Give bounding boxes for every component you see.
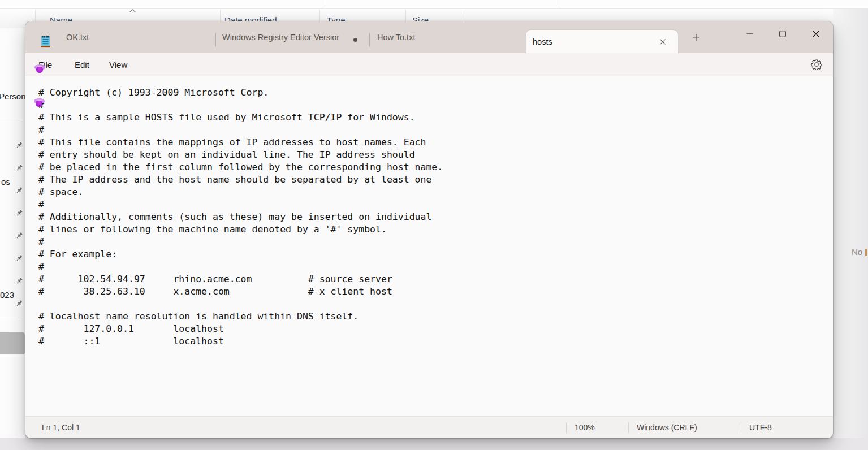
sidebar-item-partial[interactable]: os bbox=[1, 177, 10, 187]
cursor-position-status: Ln 1, Col 1 bbox=[42, 423, 80, 432]
tab-title: hosts bbox=[533, 37, 552, 46]
cursor-click-indicator bbox=[34, 98, 45, 107]
notepad-window: OK.txt Windows Registry Editor Versior H… bbox=[25, 21, 833, 438]
editor-area[interactable]: # Copyright (c) 1993-2009 Microsoft Corp… bbox=[25, 77, 833, 416]
notepad-app-icon bbox=[41, 35, 50, 49]
divider bbox=[323, 0, 323, 8]
divider bbox=[566, 422, 567, 433]
pin-icon[interactable] bbox=[15, 187, 23, 194]
pin-icon[interactable] bbox=[15, 254, 23, 262]
settings-button[interactable] bbox=[808, 56, 825, 73]
minimize-button[interactable] bbox=[737, 22, 763, 45]
tab-registry-editor[interactable]: Windows Registry Editor Versior bbox=[216, 21, 369, 53]
explorer-preview-pane bbox=[833, 9, 868, 438]
sidebar-item-partial[interactable]: 023 bbox=[0, 290, 14, 300]
preview-pane-icon-sliver bbox=[865, 249, 867, 256]
pin-icon[interactable] bbox=[15, 277, 23, 285]
sort-ascending-icon bbox=[129, 9, 136, 13]
sidebar-item-selected[interactable] bbox=[0, 332, 25, 354]
pin-icon[interactable] bbox=[15, 209, 23, 217]
menu-edit[interactable]: Edit bbox=[75, 60, 89, 70]
divider bbox=[559, 0, 559, 8]
tab-how-to-txt[interactable]: How To.txt bbox=[370, 21, 526, 53]
explorer-sidebar: Persona os 023 bbox=[0, 28, 25, 438]
new-tab-button[interactable] bbox=[687, 28, 705, 46]
divider bbox=[0, 119, 20, 119]
menu-view[interactable]: View bbox=[109, 60, 127, 70]
tab-close-icon[interactable] bbox=[657, 36, 669, 48]
tab-bar: OK.txt Windows Registry Editor Versior H… bbox=[25, 21, 833, 53]
explorer-toolbar-edge bbox=[0, 0, 868, 8]
cursor-click-indicator bbox=[34, 64, 45, 73]
pin-icon[interactable] bbox=[15, 300, 23, 308]
close-button[interactable] bbox=[803, 22, 829, 45]
pin-icon[interactable] bbox=[15, 164, 23, 172]
encoding-status: UTF-8 bbox=[749, 423, 772, 432]
desktop: Name Date modified Type Size Persona os … bbox=[0, 0, 868, 450]
line-ending-status: Windows (CRLF) bbox=[637, 423, 697, 432]
zoom-level-status: 100% bbox=[575, 423, 595, 432]
explorer-status-band bbox=[0, 438, 868, 450]
divider bbox=[0, 321, 20, 321]
editor-text[interactable]: # Copyright (c) 1993-2009 Microsoft Corp… bbox=[38, 86, 443, 348]
divider bbox=[741, 422, 741, 433]
menu-bar: File Edit View bbox=[25, 53, 833, 76]
tab-title: OK.txt bbox=[66, 33, 89, 42]
pin-icon[interactable] bbox=[15, 232, 23, 240]
status-bar: Ln 1, Col 1 100% Windows (CRLF) UTF-8 bbox=[25, 416, 833, 438]
tab-hosts-active[interactable]: hosts bbox=[526, 30, 678, 54]
tab-title: Windows Registry Editor Versior bbox=[222, 33, 339, 42]
maximize-button[interactable] bbox=[770, 22, 796, 45]
unsaved-changes-dot bbox=[353, 38, 357, 42]
tab-title: How To.txt bbox=[377, 33, 415, 42]
divider bbox=[628, 422, 629, 433]
pin-icon[interactable] bbox=[15, 141, 23, 149]
preview-pane-text: No bbox=[852, 247, 862, 257]
tab-ok-txt[interactable]: OK.txt bbox=[25, 21, 215, 53]
